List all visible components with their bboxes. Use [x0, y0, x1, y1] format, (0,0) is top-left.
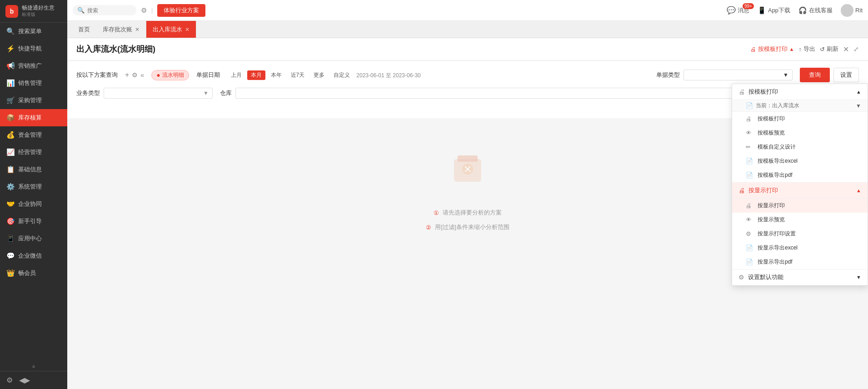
sidebar-settings-icon[interactable]: ⚙ [6, 376, 13, 384]
online-service-label: 在线客服 [809, 6, 833, 15]
biz-type-select[interactable]: ▼ [104, 88, 213, 99]
sidebar-item-system[interactable]: ⚙️ 系统管理 [0, 178, 67, 195]
dropdown-item-template-preview[interactable]: 👁 按模板预览 [732, 126, 868, 140]
refresh-button[interactable]: ↺ 刷新 [820, 45, 838, 53]
tab-flow[interactable]: 出入库流水 ✕ [146, 21, 196, 38]
member-icon: 👑 [6, 269, 15, 277]
dropdown-item-display-settings[interactable]: ⚙ 按显示打印设置 [732, 227, 868, 241]
sidebar: b 畅捷通好生意 标准版 🔍 搜索菜单 ⚡ 快捷导航 📢 营销推广 📊 销售管理… [0, 0, 67, 389]
date-btn-last-month[interactable]: 上月 [227, 70, 245, 80]
sidebar-toggle-icon[interactable]: ◀▶ [19, 376, 30, 384]
avatar-image [841, 4, 853, 17]
sidebar-item-guide[interactable]: 🎯 新手引导 [0, 213, 67, 230]
date-label: 单据日期 [196, 71, 220, 79]
sidebar-item-operations[interactable]: 📈 经营管理 [0, 144, 67, 161]
template-print-label: 按模板打印 [748, 88, 778, 96]
sidebar-item-member[interactable]: 👑 畅会员 [0, 264, 67, 282]
edit-icon: ✏ [746, 144, 753, 150]
tab-label: 出入库流水 [153, 25, 182, 34]
dropdown-item-template-custom[interactable]: ✏ 模板自定义设计 [732, 140, 868, 154]
operations-icon: 📈 [6, 148, 15, 156]
search-icon: 🔍 [6, 27, 15, 35]
page-title: 出入库流水(流水明细) [76, 44, 155, 55]
filter-tag-label: 流水明细 [162, 71, 184, 79]
filter-collapse-icon[interactable]: « [140, 71, 144, 79]
sidebar-item-purchase[interactable]: 🛒 采购管理 [0, 92, 67, 109]
empty-illustration [445, 145, 490, 199]
tab-close-icon-active[interactable]: ✕ [185, 26, 190, 33]
dropdown-item-display-preview[interactable]: 👁 按显示预览 [732, 213, 868, 227]
app-logo-icon: b [5, 5, 18, 18]
sidebar-item-finance[interactable]: 💰 资金管理 [0, 126, 67, 144]
dropdown-item-display-export-excel[interactable]: 📄 按显示导出excel [732, 241, 868, 255]
promo-button[interactable]: 体验行业方案 [157, 4, 205, 17]
date-btn-more[interactable]: 更多 [310, 70, 328, 80]
display-print-section-header[interactable]: 🖨 按显示打印 ▲ [732, 183, 868, 199]
default-icon: ⚙ [738, 274, 744, 281]
filter-add-icon[interactable]: + [125, 71, 129, 79]
sidebar-item-enterprise[interactable]: 🤝 企业协同 [0, 195, 67, 213]
dropdown-item-template-export-excel[interactable]: 📄 按模板导出excel [732, 154, 868, 168]
sidebar-bottom: ⚙ ◀▶ [0, 371, 67, 389]
filter-settings-icon[interactable]: ⚙ [132, 71, 138, 79]
message-button[interactable]: 💬 消息 99+ [727, 6, 749, 15]
chevron-down-icon: ▼ [783, 72, 788, 78]
app-download-label: App下载 [768, 6, 790, 15]
topbar-right: 💬 消息 99+ 📱 App下载 🎧 在线客服 Rit [727, 4, 863, 17]
sidebar-item-app-center[interactable]: 📱 应用中心 [0, 230, 67, 247]
dropdown-item-display-print[interactable]: 🖨 按显示打印 [732, 199, 868, 213]
hint-1: ① 请先选择要分析的方案 [434, 207, 502, 219]
message-icon: 💬 [727, 6, 736, 15]
print-button[interactable]: 🖨 按模板打印 ▲ [750, 45, 794, 53]
dropdown-item-template-print[interactable]: 🖨 按模板打印 [732, 112, 868, 126]
topbar-search-box[interactable]: 🔍 [73, 5, 136, 15]
tab-batch-ledger[interactable]: 库存批次账 ✕ [96, 21, 146, 38]
main-area: 🔍 ⚙ | 体验行业方案 💬 消息 99+ 📱 App下载 🎧 在线客服 Rit [67, 0, 868, 389]
export-button[interactable]: ↑ 导出 [799, 45, 816, 53]
tab-close-icon[interactable]: ✕ [135, 26, 140, 33]
sidebar-item-label: 快捷导航 [18, 45, 42, 53]
default-function-section-header[interactable]: ⚙ 设置默认功能 ▼ [732, 269, 868, 285]
voucher-type-select[interactable]: ▼ [683, 70, 793, 80]
filter-row-1: 按以下方案查询 + ⚙ « ● 流水明细 单据日期 上月 本月 本年 近7 [76, 68, 859, 82]
expand-button[interactable]: ⤢ [853, 45, 859, 53]
close-page-button[interactable]: ✕ [843, 45, 849, 54]
wechat-icon: 💬 [6, 252, 15, 260]
chevron-up-icon: ▲ [856, 188, 861, 193]
settings-button[interactable]: 设置 [833, 68, 859, 82]
query-button[interactable]: 查询 [800, 68, 830, 82]
refresh-icon: ↺ [820, 46, 825, 53]
sidebar-item-search[interactable]: 🔍 搜索菜单 [0, 23, 67, 40]
sidebar-item-wechat[interactable]: 💬 企业微信 [0, 247, 67, 264]
quick-nav-icon: ⚡ [6, 45, 15, 53]
sidebar-item-inventory[interactable]: 📦 库存核算 [0, 109, 67, 126]
app-download-button[interactable]: 📱 App下载 [758, 6, 790, 15]
dropdown-item-display-export-pdf[interactable]: 📄 按显示导出pdf [732, 255, 868, 269]
date-btn-this-month[interactable]: 本月 [247, 70, 265, 80]
guide-icon: 🎯 [6, 217, 15, 225]
biz-type-label: 业务类型 [76, 89, 100, 97]
display-printer-icon: 🖨 [738, 187, 745, 194]
sidebar-item-label: 应用中心 [18, 234, 42, 243]
date-range-display: 2023-06-01 至 2023-06-30 [356, 72, 420, 80]
search-input[interactable] [87, 7, 128, 14]
tab-home[interactable]: 首页 [72, 22, 96, 37]
date-btn-custom[interactable]: 自定义 [330, 70, 354, 80]
sidebar-item-sales[interactable]: 📊 销售管理 [0, 75, 67, 92]
eye-icon: 👁 [746, 130, 753, 136]
sidebar-item-quick-nav[interactable]: ⚡ 快捷导航 [0, 40, 67, 57]
template-print-section-header[interactable]: 🖨 按模板打印 ▲ [732, 84, 868, 100]
settings-icon[interactable]: ⚙ [141, 6, 147, 15]
sidebar-item-marketing[interactable]: 📢 营销推广 [0, 57, 67, 75]
online-service-button[interactable]: 🎧 在线客服 [798, 6, 833, 15]
sidebar-item-basic[interactable]: 📋 基础信息 [0, 161, 67, 178]
sidebar-scroll-down: ▲ [0, 361, 67, 371]
date-btn-this-year[interactable]: 本年 [267, 70, 285, 80]
chevron-up-icon: ▲ [789, 46, 794, 52]
filter-active-tag[interactable]: ● 流水明细 [151, 70, 189, 80]
date-btn-7days[interactable]: 近7天 [287, 70, 309, 80]
chevron-up-icon: ▲ [856, 89, 861, 95]
user-avatar[interactable]: Rit [841, 4, 863, 17]
sidebar-item-label: 企业微信 [18, 252, 42, 260]
dropdown-item-template-export-pdf[interactable]: 📄 按模板导出pdf [732, 168, 868, 182]
